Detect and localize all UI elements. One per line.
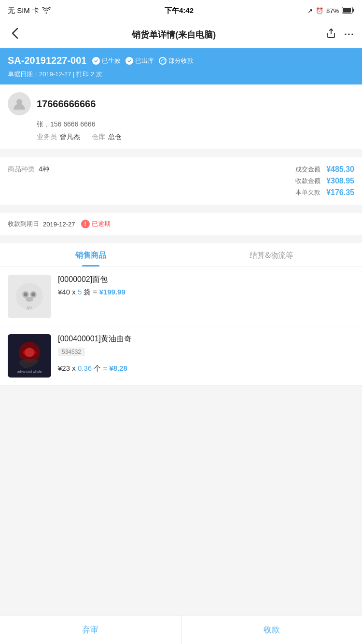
product-price-row-2: ¥23 x 0.36 个 = ¥8.28: [58, 364, 354, 373]
summary-row: 商品种类 4种 成交金额 ¥485.30 收款金额 ¥308.95 本单欠款 ¥…: [8, 165, 354, 197]
nav-bar: 销货单详情(来自电脑) ···: [0, 21, 362, 48]
amount-value-1: ¥485.30: [326, 165, 354, 174]
product-type-label: 商品种类: [8, 165, 35, 174]
status-left: 无 SIM 卡: [8, 6, 51, 15]
check-icon-1: [92, 57, 100, 65]
warehouse-label: 仓库: [92, 133, 105, 141]
collect-button[interactable]: 收款: [181, 616, 362, 644]
overdue-text: 已逾期: [92, 220, 111, 228]
product-type-row: 商品种类 4种: [8, 165, 49, 174]
tab-sales-label: 销售商品: [75, 251, 106, 259]
bottom-bar: 弃审 收款: [0, 615, 362, 644]
due-value: 2019-12-27: [43, 221, 75, 228]
summary-left: 商品种类 4种: [8, 165, 49, 174]
salesperson-item: 业务员 曾凡杰: [37, 133, 80, 141]
svg-point-13: [25, 348, 34, 357]
product-name-2: [000400001]黄油曲奇: [58, 334, 354, 344]
status-right: ↗ ⏰ 87%: [307, 7, 354, 15]
location-icon: ↗: [307, 7, 313, 14]
wifi-icon: [42, 7, 51, 15]
status-active-label: 已生效: [102, 56, 121, 65]
warehouse-value: 总仓: [108, 133, 122, 141]
amount-label-3: 本单欠款: [295, 188, 320, 197]
product-thumb-2: advanced whale: [8, 334, 51, 378]
tab-underline: [82, 265, 99, 266]
svg-point-9: [26, 297, 33, 302]
carrier-text: 无 SIM 卡: [8, 6, 39, 15]
amount-value-2: ¥308.95: [326, 177, 354, 185]
product-price-2: ¥23: [58, 364, 70, 372]
product-sku-2: 534532: [58, 348, 85, 356]
product-qty-2: 0.36: [78, 364, 92, 372]
product-price-1: ¥40: [58, 288, 70, 296]
warehouse-item: 仓库 总仓: [92, 133, 122, 141]
status-badge-active: 已生效: [92, 56, 121, 65]
header-banner: SA-20191227-001 已生效 已出库 ⏱: [0, 48, 362, 84]
nav-actions: ···: [326, 28, 354, 41]
svg-rect-2: [353, 9, 354, 12]
tab-settlement-label: 结算&物流等: [250, 251, 293, 259]
more-icon[interactable]: ···: [344, 28, 354, 41]
tabs-section: 销售商品 结算&物流等: [0, 243, 362, 267]
summary-section: 商品种类 4种 成交金额 ¥485.30 收款金额 ¥308.95 本单欠款 ¥…: [0, 157, 362, 205]
salesperson-value: 曾凡杰: [60, 133, 80, 141]
back-button[interactable]: [8, 24, 22, 46]
due-label: 收款到期日: [8, 220, 39, 228]
check-icon-2: [125, 57, 133, 65]
divider-3: [0, 235, 362, 239]
product-name-1: [0000002]面包: [58, 275, 354, 285]
amount-row-1: 成交金额 ¥485.30: [295, 165, 354, 174]
reject-button[interactable]: 弃审: [0, 616, 181, 644]
amount-value-3: ¥176.35: [326, 188, 354, 197]
product-info-2: [000400001]黄油曲奇 534532 ¥23 x 0.36 个 = ¥8…: [58, 334, 354, 373]
clock-icon: ⏱: [159, 57, 167, 65]
status-badge-shipped: 已出库: [125, 56, 154, 65]
salesperson-label: 业务员: [37, 133, 57, 141]
product-price-row-1: ¥40 x 5 袋 = ¥199.99: [58, 288, 354, 297]
summary-right: 成交金额 ¥485.30 收款金额 ¥308.95 本单欠款 ¥176.35: [295, 165, 354, 197]
overdue-icon: !: [81, 220, 90, 228]
customer-row: 17666666666: [8, 92, 354, 115]
product-info-1: [0000002]面包 ¥40 x 5 袋 = ¥199.99: [58, 275, 354, 297]
product-total-2: ¥8.28: [109, 364, 127, 372]
amount-row-3: 本单欠款 ¥176.35: [295, 188, 354, 197]
products-section: 品+ [0000002]面包 ¥40 x 5 袋 = ¥199.99: [0, 267, 362, 386]
product-item-1: 品+ [0000002]面包 ¥40 x 5 袋 = ¥199.99: [0, 267, 362, 326]
status-time: 下午4:42: [165, 6, 194, 15]
product-unit-2: 个: [94, 364, 101, 372]
status-partial-label: 部分收款: [168, 56, 194, 65]
svg-rect-1: [343, 8, 351, 13]
amount-label-1: 成交金额: [295, 165, 320, 174]
customer-section: 17666666666 张，156 6666 6666 业务员 曾凡杰 仓库 总…: [0, 84, 362, 149]
bottom-spacer: [0, 386, 362, 424]
svg-point-7: [24, 293, 28, 296]
overdue-badge: ! 已逾期: [81, 220, 111, 228]
avatar: [8, 92, 31, 115]
status-shipped-label: 已出库: [135, 56, 154, 65]
product-total-1: ¥199.99: [99, 288, 125, 296]
svg-text:advanced whale: advanced whale: [17, 370, 42, 373]
battery-text: 87%: [326, 7, 339, 14]
tab-sales-products[interactable]: 销售商品: [0, 243, 181, 266]
svg-point-8: [31, 293, 35, 296]
status-badge-partial: ⏱ 部分收款: [159, 56, 194, 65]
status-bar: 无 SIM 卡 下午4:42 ↗ ⏰ 87%: [0, 0, 362, 21]
share-icon[interactable]: [326, 28, 336, 41]
amount-row-2: 收款金额 ¥308.95: [295, 177, 354, 185]
customer-detail: 张，156 6666 6666: [37, 120, 354, 129]
status-badges: 已生效 已出库 ⏱ 部分收款: [92, 56, 194, 65]
tab-settlement[interactable]: 结算&物流等: [181, 243, 362, 266]
product-unit-1: 袋: [84, 288, 91, 296]
battery-icon: [342, 7, 354, 15]
header-date: 单据日期：2019-12-27 | 打印 2 次: [8, 70, 354, 79]
customer-meta: 业务员 曾凡杰 仓库 总仓: [37, 133, 354, 141]
product-item-2: advanced whale [000400001]黄油曲奇 534532 ¥2…: [0, 326, 362, 386]
due-date-section: 收款到期日 2019-12-27 ! 已逾期: [0, 213, 362, 235]
amount-label-2: 收款金额: [295, 177, 320, 185]
page-title: 销货单详情(来自电脑): [132, 29, 216, 41]
order-id: SA-20191227-001: [8, 55, 86, 66]
product-placeholder-1: 品+: [8, 275, 51, 318]
product-qty-1: 5: [78, 288, 82, 296]
divider-1: [0, 150, 362, 154]
product-type-value: 4种: [39, 165, 49, 174]
